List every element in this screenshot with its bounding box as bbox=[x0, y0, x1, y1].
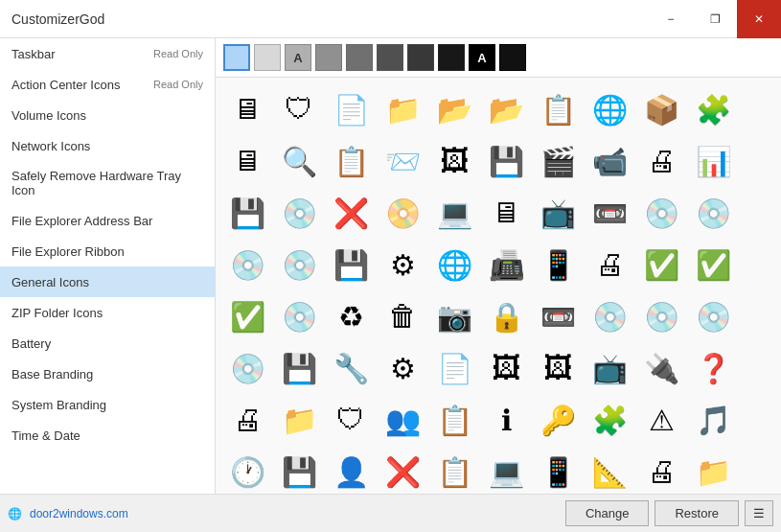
restore-button-bottom[interactable]: Restore bbox=[655, 500, 739, 526]
icon-cell-8[interactable]: 📦 bbox=[637, 85, 685, 133]
color-swatch-5[interactable] bbox=[377, 44, 403, 71]
icon-cell-20[interactable]: 💾 bbox=[223, 189, 271, 237]
icon-cell-41[interactable]: 💿 bbox=[275, 292, 323, 340]
icon-cell-27[interactable]: 📼 bbox=[586, 189, 633, 237]
icon-cell-55[interactable]: 🖼 bbox=[482, 344, 530, 392]
color-swatch-7[interactable] bbox=[438, 44, 465, 71]
sidebar-item-general-icons[interactable]: General Icons bbox=[0, 266, 215, 297]
sidebar-item-base-branding[interactable]: Base Branding bbox=[0, 359, 215, 389]
icon-cell-11[interactable]: 🔍 bbox=[275, 137, 323, 185]
icon-cell-15[interactable]: 💾 bbox=[482, 137, 530, 185]
icon-cell-24[interactable]: 💻 bbox=[430, 189, 478, 237]
icon-cell-45[interactable]: 🔒 bbox=[482, 292, 530, 340]
sidebar-item-safely-remove[interactable]: Safely Remove Hardware Tray Icon bbox=[0, 161, 215, 205]
icon-cell-79[interactable]: 📁 bbox=[689, 448, 737, 494]
sidebar-item-action-center[interactable]: Action Center IconsRead Only bbox=[0, 69, 215, 100]
icon-cell-70[interactable]: 🕐 bbox=[223, 448, 271, 494]
sidebar-item-taskbar[interactable]: TaskbarRead Only bbox=[0, 38, 215, 69]
icon-cell-68[interactable]: ⚠ bbox=[637, 396, 685, 444]
icon-cell-61[interactable]: 📁 bbox=[275, 396, 323, 444]
icon-cell-19[interactable]: 📊 bbox=[689, 137, 737, 185]
icon-cell-12[interactable]: 📋 bbox=[327, 137, 375, 185]
icon-cell-57[interactable]: 📺 bbox=[586, 344, 633, 392]
icon-cell-53[interactable]: ⚙ bbox=[379, 344, 426, 392]
color-swatch-8[interactable]: A bbox=[469, 44, 495, 71]
color-swatch-6[interactable] bbox=[407, 44, 434, 71]
icon-cell-4[interactable]: 📂 bbox=[430, 85, 478, 133]
sidebar-item-file-explorer-address[interactable]: File Explorer Address Bar bbox=[0, 205, 215, 236]
sidebar-item-system-branding[interactable]: System Branding bbox=[0, 389, 215, 420]
icon-cell-23[interactable]: 📀 bbox=[379, 189, 426, 237]
icon-cell-52[interactable]: 🔧 bbox=[327, 344, 375, 392]
icon-cell-22[interactable]: ❌ bbox=[327, 189, 375, 237]
icon-cell-2[interactable]: 📄 bbox=[327, 85, 375, 133]
icon-cell-33[interactable]: ⚙ bbox=[379, 241, 426, 289]
sidebar-item-battery[interactable]: Battery bbox=[0, 328, 215, 359]
icon-cell-3[interactable]: 📁 bbox=[379, 85, 426, 133]
icon-cell-56[interactable]: 🖼 bbox=[534, 344, 582, 392]
icon-cell-71[interactable]: 💾 bbox=[275, 448, 323, 494]
icon-cell-47[interactable]: 💿 bbox=[586, 292, 633, 340]
icon-cell-28[interactable]: 💿 bbox=[637, 189, 685, 237]
close-button[interactable]: ✕ bbox=[737, 0, 781, 38]
icon-cell-39[interactable]: ✅ bbox=[689, 241, 737, 289]
color-swatch-0[interactable] bbox=[223, 44, 250, 71]
icon-cell-18[interactable]: 🖨 bbox=[637, 137, 685, 185]
icon-cell-5[interactable]: 📂 bbox=[482, 85, 530, 133]
icon-cell-29[interactable]: 💿 bbox=[689, 189, 737, 237]
icon-cell-76[interactable]: 📱 bbox=[534, 448, 582, 494]
sidebar-item-file-explorer-ribbon[interactable]: File Explorer Ribbon bbox=[0, 236, 215, 266]
icon-cell-30[interactable]: 💿 bbox=[223, 241, 271, 289]
icon-cell-69[interactable]: 🎵 bbox=[689, 396, 737, 444]
icon-cell-62[interactable]: 🛡 bbox=[327, 396, 375, 444]
website-link[interactable]: 🌐 door2windows.com bbox=[8, 507, 128, 520]
icon-cell-6[interactable]: 📋 bbox=[534, 85, 582, 133]
icon-cell-42[interactable]: ♻ bbox=[327, 292, 375, 340]
icons-grid[interactable]: 🖥🛡📄📁📂📂📋🌐📦🧩🖥🔍📋📨🖼💾🎬📹🖨📊💾💿❌📀💻🖥📺📼💿💿💿💿💾⚙🌐📠📱🖨✅✅… bbox=[216, 78, 781, 494]
icon-cell-16[interactable]: 🎬 bbox=[534, 137, 582, 185]
icon-cell-14[interactable]: 🖼 bbox=[430, 137, 478, 185]
change-button[interactable]: Change bbox=[565, 500, 650, 526]
icon-cell-44[interactable]: 📷 bbox=[430, 292, 478, 340]
icon-cell-60[interactable]: 🖨 bbox=[223, 396, 271, 444]
icon-cell-34[interactable]: 🌐 bbox=[430, 241, 478, 289]
icon-cell-26[interactable]: 📺 bbox=[534, 189, 582, 237]
icon-cell-77[interactable]: 📐 bbox=[586, 448, 633, 494]
icon-cell-63[interactable]: 👥 bbox=[379, 396, 426, 444]
icon-cell-67[interactable]: 🧩 bbox=[586, 396, 633, 444]
icon-cell-78[interactable]: 🖨 bbox=[637, 448, 685, 494]
icon-cell-25[interactable]: 🖥 bbox=[482, 189, 530, 237]
icon-cell-35[interactable]: 📠 bbox=[482, 241, 530, 289]
icon-cell-46[interactable]: 📼 bbox=[534, 292, 582, 340]
icon-cell-58[interactable]: 🔌 bbox=[637, 344, 685, 392]
icon-cell-59[interactable]: ❓ bbox=[689, 344, 737, 392]
menu-button[interactable]: ☰ bbox=[745, 500, 773, 526]
icon-cell-64[interactable]: 📋 bbox=[430, 396, 478, 444]
icon-cell-43[interactable]: 🗑 bbox=[379, 292, 426, 340]
icon-cell-51[interactable]: 💾 bbox=[275, 344, 323, 392]
icon-cell-0[interactable]: 🖥 bbox=[223, 85, 271, 133]
sidebar-scroll[interactable]: TaskbarRead OnlyAction Center IconsRead … bbox=[0, 38, 215, 494]
icon-cell-21[interactable]: 💿 bbox=[275, 189, 323, 237]
icon-cell-66[interactable]: 🔑 bbox=[534, 396, 582, 444]
icon-cell-38[interactable]: ✅ bbox=[637, 241, 685, 289]
icon-cell-10[interactable]: 🖥 bbox=[223, 137, 271, 185]
color-swatch-3[interactable] bbox=[315, 44, 342, 71]
icon-cell-36[interactable]: 📱 bbox=[534, 241, 582, 289]
icon-cell-13[interactable]: 📨 bbox=[379, 137, 426, 185]
restore-button[interactable]: ❐ bbox=[693, 0, 737, 38]
icon-cell-17[interactable]: 📹 bbox=[586, 137, 633, 185]
icon-cell-75[interactable]: 💻 bbox=[482, 448, 530, 494]
color-swatch-4[interactable] bbox=[346, 44, 373, 71]
icon-cell-48[interactable]: 💿 bbox=[637, 292, 685, 340]
icon-cell-31[interactable]: 💿 bbox=[275, 241, 323, 289]
icon-cell-49[interactable]: 💿 bbox=[689, 292, 737, 340]
icon-cell-32[interactable]: 💾 bbox=[327, 241, 375, 289]
color-swatch-1[interactable] bbox=[254, 44, 281, 71]
color-swatch-9[interactable] bbox=[499, 44, 526, 71]
sidebar-item-time-date[interactable]: Time & Date bbox=[0, 420, 215, 451]
icon-cell-1[interactable]: 🛡 bbox=[275, 85, 323, 133]
icon-cell-7[interactable]: 🌐 bbox=[586, 85, 633, 133]
icon-cell-74[interactable]: 📋 bbox=[430, 448, 478, 494]
sidebar-item-network[interactable]: Network Icons bbox=[0, 130, 215, 161]
